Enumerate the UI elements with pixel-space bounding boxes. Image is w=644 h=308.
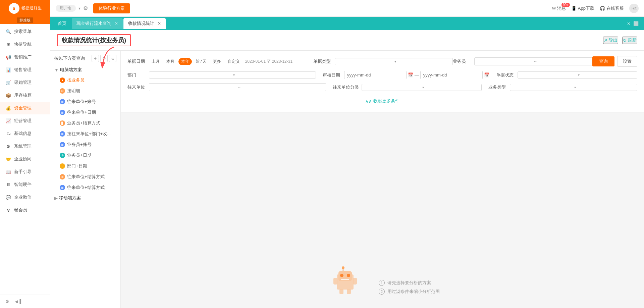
mobile-group-label: 移动端方案 bbox=[59, 195, 81, 201]
counterpart-type-arrow: ▾ bbox=[422, 86, 479, 89]
collapse-filter-btn[interactable]: ∧∧ 收起更多条件 bbox=[127, 95, 637, 107]
empty-step-2: 2 用过滤条件来缩小分析范围 bbox=[379, 289, 440, 295]
doc-status-select[interactable]: ▾ bbox=[518, 71, 637, 79]
date-btn-this-year[interactable]: 本年 bbox=[178, 58, 192, 65]
tab-bank[interactable]: 现金银行流水查询 ✕ bbox=[72, 18, 123, 29]
scheme-group-desktop-title[interactable]: ▼ 电脑端方案 bbox=[50, 65, 120, 75]
filter-settings-btn[interactable]: 设置 bbox=[617, 56, 637, 67]
double-left-icon: « bbox=[111, 56, 114, 61]
sidebar-item-wechat[interactable]: 💬 企业微信 bbox=[0, 191, 50, 204]
scheme-item-salesman-account[interactable]: ▦ 业务员+账号 bbox=[50, 139, 120, 150]
dept-select[interactable]: ▾ bbox=[149, 71, 316, 79]
add-scheme-btn[interactable]: + bbox=[92, 55, 99, 62]
scheme-label: 往来单位+结算方式 bbox=[67, 185, 105, 191]
step-1-text: 请先选择要分析的方案 bbox=[387, 280, 431, 286]
sidebar-item-basic[interactable]: 🗂 基础信息 bbox=[0, 127, 50, 140]
content-area: 按以下方案查询 + ⚙ « bbox=[50, 51, 644, 308]
scheme-item-dept-date[interactable]: ○ 部门+日期 bbox=[50, 161, 120, 171]
sidebar-item-quicknav[interactable]: ⊞ 快捷导航 bbox=[0, 38, 50, 51]
scheme-item-salesman-settle[interactable]: ▊ 业务员+结算方式 bbox=[50, 118, 120, 129]
header-gear-icon[interactable]: ⚙ bbox=[83, 5, 88, 11]
svg-point-11 bbox=[342, 266, 344, 269]
sidebar-item-label: 库存核算 bbox=[14, 92, 32, 98]
sidebar-item-search[interactable]: 🔍 搜索菜单 bbox=[0, 25, 50, 38]
scheme-label: 往来单位+账号 bbox=[67, 99, 96, 105]
sidebar-item-label: 新手引导 bbox=[14, 169, 32, 175]
doc-type-select[interactable]: ▾ bbox=[335, 58, 453, 65]
right-panel: 单据日期 上月 本月 本年 近7天 更多 自定义 2023-01-01 至 20… bbox=[121, 51, 644, 308]
sidebar-item-finance[interactable]: 💰 资金管理 bbox=[0, 102, 50, 114]
doc-status-label: 单据状态 bbox=[496, 72, 515, 78]
megaphone-icon: 📢 bbox=[5, 54, 11, 60]
audit-date-to[interactable] bbox=[420, 71, 483, 79]
query-btn[interactable]: 查询 bbox=[592, 56, 614, 66]
scheme-item-unit-settle2[interactable]: ▦ 往来单位+结算方式 bbox=[50, 182, 120, 193]
scheme-item-by-salesman[interactable]: ● 按业务员 bbox=[50, 75, 120, 86]
refresh-btn[interactable]: ↻ 刷新 bbox=[622, 37, 637, 44]
step-2-text: 用过滤条件来缩小分析范围 bbox=[387, 289, 440, 295]
sidebar-item-sales[interactable]: 📊 销售管理 bbox=[0, 63, 50, 76]
dept-arrow: ▾ bbox=[233, 73, 313, 77]
scheme-item-unit-settle1[interactable]: ⊞ 往来单位+结算方式 bbox=[50, 171, 120, 182]
biz-type-select[interactable]: ▾ bbox=[510, 84, 637, 91]
sidebar-item-guide[interactable]: 📖 新手引导 bbox=[0, 165, 50, 178]
scheme-item-unit-date[interactable]: ▦ 往来单位+日期 bbox=[50, 107, 120, 118]
add-icon: + bbox=[94, 56, 97, 61]
collapse-panel-btn[interactable]: « bbox=[109, 55, 116, 62]
scheme-label: 按业务员 bbox=[67, 77, 85, 83]
audit-date-from[interactable] bbox=[344, 71, 407, 79]
svg-point-4 bbox=[347, 274, 350, 277]
svg-rect-7 bbox=[353, 278, 357, 285]
window-maximize-icon[interactable]: ⬜ bbox=[633, 21, 639, 26]
scheme-icon-unit-settle2: ▦ bbox=[60, 185, 65, 190]
message-btn[interactable]: ✉ 消息 99+ bbox=[552, 5, 566, 11]
trial-btn[interactable]: 体验行业方案 bbox=[93, 3, 130, 13]
collapse-sidebar-icon[interactable]: ◀▐ bbox=[15, 299, 21, 304]
sidebar-item-member[interactable]: V 畅会员 bbox=[0, 204, 50, 216]
date-btn-custom[interactable]: 自定义 bbox=[225, 58, 243, 65]
sidebar-item-inventory[interactable]: 📦 库存核算 bbox=[0, 89, 50, 102]
date-btn-this-month[interactable]: 本月 bbox=[164, 58, 177, 65]
sidebar-item-purchase[interactable]: 🛒 采购管理 bbox=[0, 76, 50, 89]
scheme-item-unit-dept[interactable]: ▦ 按往来单位+部门+收... bbox=[50, 129, 120, 139]
online-service-btn[interactable]: 🎧 在线客服 bbox=[600, 5, 624, 11]
settings-footer-icon[interactable]: ⚙ bbox=[5, 299, 9, 304]
audit-date-label: 审核日期 bbox=[323, 72, 341, 78]
sidebar-item-label: 基础信息 bbox=[14, 131, 32, 137]
sidebar-item-system[interactable]: ⚙ 系统管理 bbox=[0, 140, 50, 153]
counterpart-type-select[interactable]: ▾ bbox=[362, 84, 482, 91]
tab-receipt-label: 收款情况统计 bbox=[128, 20, 154, 27]
filter-area: 单据日期 上月 本月 本年 近7天 更多 自定义 2023-01-01 至 20… bbox=[121, 51, 644, 112]
headset-icon: 🎧 bbox=[600, 6, 605, 11]
scheme-settings-btn[interactable]: ⚙ bbox=[100, 55, 108, 62]
export-icon: ↗ bbox=[604, 38, 607, 43]
sidebar-item-corp[interactable]: 🤝 企业协同 bbox=[0, 153, 50, 165]
user-avatar[interactable]: Rit bbox=[629, 4, 639, 13]
app-download-btn[interactable]: 📱 App下载 bbox=[571, 5, 594, 11]
scheme-group-mobile-title[interactable]: ▶ 移动端方案 bbox=[50, 193, 120, 203]
counterpart-select[interactable]: ··· bbox=[149, 83, 326, 91]
scheme-item-unit-account[interactable]: ▦ 往来单位+账号 bbox=[50, 96, 120, 107]
date-btn-7days[interactable]: 近7天 bbox=[193, 58, 209, 65]
scheme-item-salesman-date[interactable]: ⚙ 业务员+日期 bbox=[50, 150, 120, 161]
tab-bank-close[interactable]: ✕ bbox=[115, 21, 118, 26]
export-btn[interactable]: ↗ 导出 bbox=[603, 37, 618, 44]
tab-receipt-close[interactable]: ✕ bbox=[158, 21, 161, 26]
sidebar-item-hardware[interactable]: 🖥 智能硬件 bbox=[0, 178, 50, 191]
counterpart-type-label: 往来单位分类 bbox=[333, 84, 359, 90]
sidebar-item-operation[interactable]: 📈 经营管理 bbox=[0, 114, 50, 127]
dropdown-icon[interactable]: ▾ bbox=[78, 6, 80, 11]
panel-header: 按以下方案查询 + ⚙ « bbox=[50, 55, 120, 65]
window-close-icon[interactable]: ✕ bbox=[627, 21, 631, 26]
tab-bar: 首页 现金银行流水查询 ✕ 收款情况统计 ✕ ✕ ⬜ bbox=[50, 17, 644, 30]
collapse-up-icon: ∧∧ bbox=[365, 99, 372, 104]
date-btn-more[interactable]: 更多 bbox=[210, 58, 224, 65]
salesman-select[interactable]: ··· bbox=[474, 57, 592, 65]
tab-home[interactable]: 首页 bbox=[53, 18, 71, 29]
tab-receipt[interactable]: 收款情况统计 ✕ bbox=[123, 18, 166, 29]
chat-icon: 💬 bbox=[5, 194, 11, 200]
date-btn-last-month[interactable]: 上月 bbox=[149, 58, 162, 65]
sidebar-item-marketing[interactable]: 📢 营销推广 bbox=[0, 51, 50, 63]
top-header: 用户名 ▾ ⚙ 体验行业方案 ✉ 消息 99+ 📱 App下载 🎧 在线客服 R… bbox=[50, 0, 644, 17]
scheme-item-by-detail[interactable]: ⊞ 按明细 bbox=[50, 86, 120, 96]
